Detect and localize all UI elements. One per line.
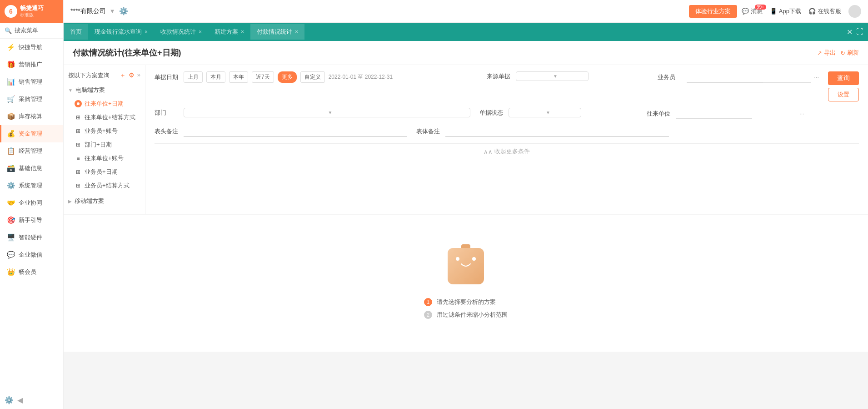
filter-actions: 查询 设置 [828,71,859,101]
marketing-icon: 🎁 [7,61,15,69]
refresh-button[interactable]: ↻ 刷新 [840,49,859,57]
sidebar-item-basic[interactable]: 🗃️ 基础信息 [0,160,63,177]
sidebar-item-wechat[interactable]: 💬 企业微信 [0,246,63,263]
logo-area: 6 畅捷通巧 标准版 [0,0,63,23]
logo-badge: 标准版 [20,12,44,18]
staff-label: 业务员 [658,73,683,81]
messages-btn[interactable]: 💬 消息 99+ [742,7,763,15]
export-button[interactable]: ↗ 导出 [817,49,836,57]
scheme-item-dept-date[interactable]: ⊞ 部门+日期 [64,138,145,151]
tab-payments-close[interactable]: × [295,29,298,35]
scheme-staff-date-label: 业务员+日期 [85,168,118,176]
tab-maximize-icon[interactable]: ⛶ [856,28,863,36]
scheme-item-partner-settle[interactable]: ⊞ 往来单位+结算方式 [64,111,145,124]
tab-cashflow[interactable]: 现金银行流水查询 × [88,24,154,40]
app-download-label: App下载 [779,7,801,15]
scheme-settings-icon[interactable]: ⚙ [129,71,135,80]
scheme-item-partner-date[interactable]: 往来单位+日期 [64,97,145,111]
sidebar-item-marketing[interactable]: 🎁 营销推广 [0,56,63,73]
trial-button[interactable]: 体验行业方案 [689,5,737,18]
robot-left-eye [456,257,459,261]
last7-btn[interactable]: 近7天 [252,71,274,83]
scheme-item-staff-date[interactable]: ⊞ 业务员+日期 [64,165,145,179]
pc-group-label: 电脑端方案 [75,86,105,94]
guide-label: 新手引导 [19,216,42,224]
collapse-sidebar-btn[interactable]: ◀ [17,396,23,404]
export-label: 导出 [824,49,836,57]
sidebar-item-quick-nav[interactable]: ⚡ 快捷导航 [0,39,63,56]
filter-partner: 往来单位 ··· [647,108,805,119]
settings-button[interactable]: 设置 [828,88,859,101]
pc-scheme-group-title[interactable]: ▼ 电脑端方案 [64,83,145,97]
dept-select[interactable]: ▼ [184,108,470,117]
enterprise-icon: 🤝 [7,199,15,207]
tab-cashflow-close[interactable]: × [145,29,148,35]
doc-status-select[interactable]: ▼ [509,108,581,117]
tab-payments[interactable]: 付款情况统计 × [250,24,304,40]
search-icon: 🔍 [5,27,12,34]
source-doc-select[interactable]: ▼ [516,71,589,81]
online-service-btn[interactable]: 🎧 在线客服 [808,7,841,15]
member-icon: 👑 [7,268,15,276]
mobile-scheme-group-title[interactable]: ▶ 移动端方案 [64,194,145,208]
app-download-btn[interactable]: 📱 App下载 [770,7,801,15]
sidebar-item-enterprise[interactable]: 🤝 企业协同 [0,194,63,212]
sidebar-item-finance[interactable]: 💰 资金管理 [0,125,63,142]
company-dropdown-icon[interactable]: ▼ [110,8,115,15]
source-doc-label: 来源单据 [487,72,512,81]
scheme-bar-icon: ≡ [75,155,82,162]
scheme-item-staff-settle[interactable]: ⊞ 业务员+结算方式 [64,179,145,192]
query-button[interactable]: 查询 [828,71,859,85]
scheme-header: 按以下方案查询 ＋ ⚙ » [64,70,145,83]
sidebar-item-member[interactable]: 👑 畅会员 [0,263,63,281]
staff-more-icon[interactable]: ··· [814,74,819,81]
sidebar-item-inventory[interactable]: 📦 库存核算 [0,108,63,125]
sidebar-item-guide[interactable]: 🎯 新手引导 [0,212,63,229]
sidebar-item-purchase[interactable]: 🛒 采购管理 [0,91,63,108]
this-year-btn[interactable]: 本年 [229,71,248,83]
tab-home[interactable]: 首页 [64,24,88,40]
header-settings-icon[interactable]: ⚙️ [119,7,128,15]
last-month-btn[interactable]: 上月 [184,71,203,83]
basic-label: 基础信息 [19,164,42,172]
system-label: 系统管理 [19,182,42,190]
tab-receipts-close[interactable]: × [199,29,202,35]
wechat-icon: 💬 [7,251,15,259]
logo-icon: 6 [5,5,17,18]
doc-status-arrow-icon: ▼ [546,110,577,115]
sidebar-item-operation[interactable]: 📋 经营管理 [0,142,63,160]
tab-new-plan-close[interactable]: × [241,29,244,35]
search-menu[interactable]: 🔍 搜索菜单 [0,23,63,39]
sidebar-item-hardware[interactable]: 🖥️ 智能硬件 [0,229,63,246]
message-icon: 💬 [742,8,749,15]
partner-more-icon[interactable]: ··· [799,110,804,117]
empty-step-2: 2 用过滤条件来缩小分析范围 [424,311,508,319]
filter-body-note: 表体备注 [416,126,669,137]
tab-receipts[interactable]: 收款情况统计 × [154,24,208,40]
sidebar-item-sales[interactable]: 📊 销售管理 [0,73,63,91]
partner-input[interactable] [676,108,752,119]
custom-btn[interactable]: 自定义 [300,71,325,83]
sidebar-item-system[interactable]: ⚙️ 系统管理 [0,177,63,194]
tab-new-plan[interactable]: 新建方案 × [208,24,250,40]
collapse-conditions-btn[interactable]: ∧∧ 收起更多条件 [484,147,530,156]
filter-source-doc: 来源单据 ▼ [487,71,649,81]
pc-scheme-group: ▼ 电脑端方案 往来单位+日期 ⊞ 往来单位+结算方式 ⊞ 业务员+账号 [64,83,145,192]
sidebar: 6 畅捷通巧 标准版 🔍 搜索菜单 ⚡ 快捷导航 🎁 营销推广 📊 销售管理 🛒… [0,0,64,409]
this-month-btn[interactable]: 本月 [206,71,225,83]
staff-input[interactable] [687,71,763,82]
scheme-add-icon[interactable]: ＋ [120,71,126,80]
user-avatar[interactable] [848,5,861,18]
settings-footer-btn[interactable]: ⚙️ [5,396,14,404]
partner-input-wrapper [676,108,797,119]
scheme-grid-icon-3: ⊞ [75,141,82,148]
tab-close-all-icon[interactable]: ✕ [847,28,853,36]
scheme-item-staff-account[interactable]: ⊞ 业务员+账号 [64,124,145,138]
scheme-item-partner-account[interactable]: ≡ 往来单位+账号 [64,151,145,165]
more-btn[interactable]: 更多 [278,71,297,83]
head-note-input[interactable] [184,126,407,136]
staff-input-wrapper [687,71,812,83]
body-note-input[interactable] [445,126,669,136]
date-filter-buttons: 上月 本月 本年 近7天 更多 自定义 2022-01-01 至 2022-12… [184,71,393,83]
scheme-collapse-icon[interactable]: » [137,71,140,80]
